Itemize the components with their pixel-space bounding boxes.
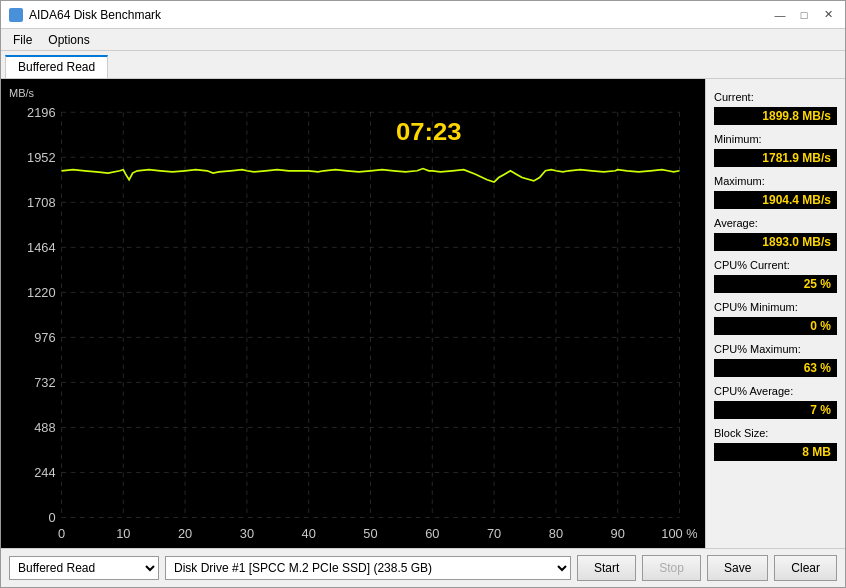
title-bar: AIDA64 Disk Benchmark — □ ✕ bbox=[1, 1, 845, 29]
chart-y-label: MB/s bbox=[9, 87, 697, 99]
block-size-value: 8 MB bbox=[714, 443, 837, 461]
cpu-current-value: 25 % bbox=[714, 275, 837, 293]
svg-text:30: 30 bbox=[240, 527, 254, 540]
app-icon bbox=[9, 8, 23, 22]
minimum-value: 1781.9 MB/s bbox=[714, 149, 837, 167]
svg-text:1708: 1708 bbox=[27, 196, 56, 210]
maximum-value: 1904.4 MB/s bbox=[714, 191, 837, 209]
tab-buffered-read[interactable]: Buffered Read bbox=[5, 55, 108, 78]
right-buttons: Save Clear bbox=[707, 555, 837, 581]
chart-svg: 2196 1952 1708 1464 1220 976 732 488 244… bbox=[9, 101, 697, 540]
menu-file[interactable]: File bbox=[5, 31, 40, 48]
svg-text:488: 488 bbox=[34, 421, 55, 435]
svg-text:80: 80 bbox=[549, 527, 563, 540]
clear-button[interactable]: Clear bbox=[774, 555, 837, 581]
block-size-label: Block Size: bbox=[714, 427, 837, 439]
stats-sidebar: Current: 1899.8 MB/s Minimum: 1781.9 MB/… bbox=[705, 79, 845, 548]
svg-text:10: 10 bbox=[116, 527, 130, 540]
menu-options[interactable]: Options bbox=[40, 31, 97, 48]
bottom-controls: Buffered Read Disk Drive #1 [SPCC M.2 PC… bbox=[1, 548, 845, 587]
svg-text:60: 60 bbox=[425, 527, 439, 540]
maximize-button[interactable]: □ bbox=[795, 6, 813, 24]
svg-text:40: 40 bbox=[302, 527, 316, 540]
minimize-button[interactable]: — bbox=[771, 6, 789, 24]
cpu-current-label: CPU% Current: bbox=[714, 259, 837, 271]
cpu-minimum-label: CPU% Minimum: bbox=[714, 301, 837, 313]
svg-text:100 %: 100 % bbox=[661, 527, 697, 540]
cpu-maximum-label: CPU% Maximum: bbox=[714, 343, 837, 355]
close-button[interactable]: ✕ bbox=[819, 6, 837, 24]
svg-text:90: 90 bbox=[611, 527, 625, 540]
svg-text:244: 244 bbox=[34, 466, 55, 480]
main-window: AIDA64 Disk Benchmark — □ ✕ File Options… bbox=[0, 0, 846, 588]
svg-text:1464: 1464 bbox=[27, 241, 56, 255]
menu-bar: File Options bbox=[1, 29, 845, 51]
svg-text:732: 732 bbox=[34, 376, 55, 390]
minimum-label: Minimum: bbox=[714, 133, 837, 145]
maximum-label: Maximum: bbox=[714, 175, 837, 187]
cpu-maximum-value: 63 % bbox=[714, 359, 837, 377]
svg-text:0: 0 bbox=[58, 527, 65, 540]
tabs-bar: Buffered Read bbox=[1, 51, 845, 79]
svg-text:2196: 2196 bbox=[27, 106, 56, 120]
window-title: AIDA64 Disk Benchmark bbox=[29, 8, 771, 22]
stop-button[interactable]: Stop bbox=[642, 555, 701, 581]
cpu-minimum-value: 0 % bbox=[714, 317, 837, 335]
cpu-average-value: 7 % bbox=[714, 401, 837, 419]
svg-text:0: 0 bbox=[49, 511, 56, 525]
svg-rect-0 bbox=[9, 101, 697, 540]
start-button[interactable]: Start bbox=[577, 555, 636, 581]
svg-text:50: 50 bbox=[363, 527, 377, 540]
main-content: MB/s bbox=[1, 79, 845, 548]
svg-text:07:23: 07:23 bbox=[396, 118, 462, 146]
chart-area: MB/s bbox=[1, 79, 705, 548]
chart-inner: 2196 1952 1708 1464 1220 976 732 488 244… bbox=[9, 101, 697, 540]
svg-text:70: 70 bbox=[487, 527, 501, 540]
svg-text:1952: 1952 bbox=[27, 151, 56, 165]
average-label: Average: bbox=[714, 217, 837, 229]
disk-dropdown[interactable]: Disk Drive #1 [SPCC M.2 PCIe SSD] (238.5… bbox=[165, 556, 571, 580]
svg-text:20: 20 bbox=[178, 527, 192, 540]
current-value: 1899.8 MB/s bbox=[714, 107, 837, 125]
svg-text:976: 976 bbox=[34, 331, 55, 345]
window-controls: — □ ✕ bbox=[771, 6, 837, 24]
current-label: Current: bbox=[714, 91, 837, 103]
test-type-dropdown[interactable]: Buffered Read bbox=[9, 556, 159, 580]
svg-text:1220: 1220 bbox=[27, 286, 56, 300]
cpu-average-label: CPU% Average: bbox=[714, 385, 837, 397]
average-value: 1893.0 MB/s bbox=[714, 233, 837, 251]
save-button[interactable]: Save bbox=[707, 555, 768, 581]
